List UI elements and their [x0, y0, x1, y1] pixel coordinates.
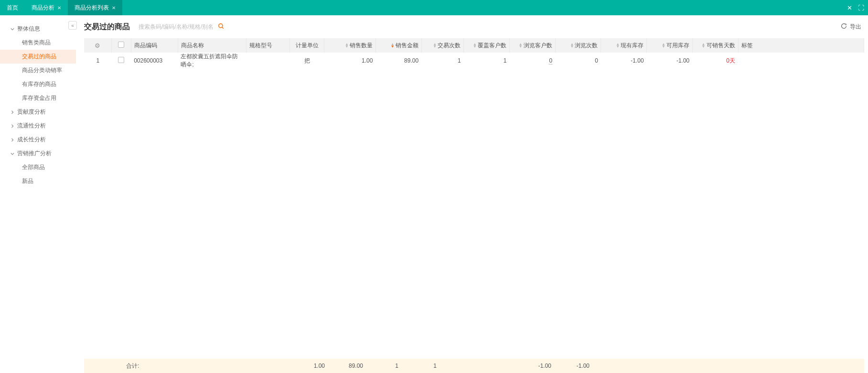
nav-group-0[interactable]: 整体信息: [0, 22, 76, 36]
export-button[interactable]: 导出: [841, 23, 861, 31]
nav-item-0-2[interactable]: 商品分类动销率: [0, 64, 76, 77]
col-header-view_cust[interactable]: ▲▼浏览客户数: [509, 38, 555, 53]
cell-name: 左都胶囊五折遮阳伞防晒伞;: [178, 53, 246, 69]
nav-group-label: 整体信息: [17, 25, 40, 33]
sort-icon: ▲▼: [433, 43, 437, 48]
footer-cell-cust_cnt: 1: [401, 362, 439, 369]
cell-unit: 把: [290, 53, 324, 69]
row-checkbox[interactable]: [118, 57, 124, 63]
col-header-unit: 计量单位: [290, 38, 324, 53]
col-header-cust_cnt[interactable]: ▲▼覆盖客户数: [464, 38, 510, 53]
view-cust-value[interactable]: 0: [549, 57, 552, 64]
chevron-right-icon: [11, 137, 14, 143]
col-header-sales_qty[interactable]: ▲▼销售数量: [324, 38, 376, 53]
cell-cust_cnt: 1: [464, 53, 510, 69]
nav-group-label: 贡献度分析: [17, 108, 46, 116]
tab-label: 首页: [7, 4, 18, 12]
nav-group-4[interactable]: 营销推广分析: [0, 147, 76, 160]
sort-icon: ▲▼: [570, 43, 574, 48]
col-label: 商品名称: [181, 42, 204, 49]
nav-item-4-0[interactable]: 全部商品: [0, 160, 76, 174]
nav-group-label: 流通性分析: [17, 122, 46, 130]
sort-icon: ▲▼: [702, 43, 706, 48]
cell-trade_cnt: 1: [421, 53, 464, 69]
footer-cell-stock: -1.00: [516, 362, 554, 369]
footer-cell-code: 合计:: [123, 362, 162, 370]
nav-group-2[interactable]: 流通性分析: [0, 119, 76, 133]
chevron-down-icon: [11, 26, 14, 32]
cell-tag: [738, 53, 864, 69]
close-all-icon[interactable]: ✕: [847, 4, 852, 11]
col-header-view_cnt[interactable]: ▲▼浏览次数: [555, 38, 601, 53]
nav-group-label: 营销推广分析: [17, 149, 52, 158]
col-header-avail[interactable]: ▲▼可用库存: [647, 38, 693, 53]
cell-days: 0天: [692, 53, 738, 69]
cell-sales_qty: 1.00: [324, 53, 376, 69]
cell-avail: -1.00: [647, 53, 693, 69]
nav-item-0-3[interactable]: 有库存的商品: [0, 77, 76, 91]
col-label: 浏览客户数: [524, 42, 552, 49]
col-header-sales_amt[interactable]: ▲▼销售金额: [375, 38, 421, 53]
col-header-spec: 规格型号: [246, 38, 290, 53]
sort-icon: ▲▼: [345, 43, 349, 48]
col-label: 销售金额: [396, 42, 418, 49]
search-input[interactable]: [139, 21, 215, 32]
col-header-check: [111, 38, 131, 53]
col-header-name: 商品名称: [178, 38, 246, 53]
col-header-code: 商品编码: [131, 38, 178, 53]
col-label: 可销售天数: [707, 42, 735, 49]
nav-item-0-4[interactable]: 库存资金占用: [0, 91, 76, 105]
page-header: 交易过的商品 导出: [80, 15, 868, 38]
search-box: [139, 21, 225, 32]
search-icon[interactable]: [218, 23, 225, 31]
col-label: 可用库存: [666, 42, 689, 49]
cell-gear: 1: [84, 53, 111, 69]
chevron-down-icon: [11, 150, 14, 157]
nav-item-0-0[interactable]: 销售类商品: [0, 36, 76, 50]
col-header-stock[interactable]: ▲▼现有库存: [601, 38, 647, 53]
tab-label: 商品分析: [32, 4, 54, 12]
gear-icon[interactable]: ⚙: [95, 42, 100, 49]
tab-0[interactable]: 首页: [0, 0, 25, 15]
col-label: 计量单位: [296, 42, 319, 49]
chevron-left-icon: «: [71, 23, 74, 28]
col-label: 交易次数: [438, 42, 461, 49]
col-label: 规格型号: [249, 42, 272, 49]
cell-view_cnt: 0: [555, 53, 601, 69]
cell-stock: -1.00: [601, 53, 647, 69]
nav-group-3[interactable]: 成长性分析: [0, 133, 76, 147]
col-label: 销售数量: [350, 42, 373, 49]
fullscreen-icon[interactable]: ⛶: [858, 4, 863, 11]
col-header-trade_cnt[interactable]: ▲▼交易次数: [421, 38, 464, 53]
nav-item-4-1[interactable]: 新品: [0, 174, 76, 188]
data-table: ⚙商品编码商品名称规格型号计量单位▲▼销售数量▲▼销售金额▲▼交易次数▲▼覆盖客…: [84, 38, 864, 69]
export-label: 导出: [850, 23, 861, 31]
sidebar-collapse-button[interactable]: «: [68, 21, 77, 30]
sort-icon: ▲▼: [662, 43, 665, 48]
cell-check: [111, 53, 131, 69]
select-all-checkbox[interactable]: [118, 42, 124, 48]
footer-cell-sales_amt: 89.00: [328, 362, 366, 369]
sort-icon: ▲▼: [473, 43, 477, 48]
tab-1[interactable]: 商品分析✕: [25, 0, 68, 15]
nav-item-0-1[interactable]: 交易过的商品: [0, 50, 76, 64]
col-label: 浏览次数: [575, 42, 598, 49]
svg-point-0: [219, 23, 223, 27]
cell-view_cust: 0: [509, 53, 555, 69]
chevron-right-icon: [11, 109, 14, 116]
tab-label: 商品分析列表: [75, 4, 109, 12]
svg-line-1: [222, 27, 224, 28]
page-title: 交易过的商品: [84, 22, 130, 32]
nav-group-1[interactable]: 贡献度分析: [0, 105, 76, 119]
close-icon[interactable]: ✕: [57, 5, 61, 11]
table-row[interactable]: 1002600003左都胶囊五折遮阳伞防晒伞;把1.0089.001100-1.…: [84, 53, 864, 69]
nav-group-label: 成长性分析: [17, 136, 46, 144]
col-header-days[interactable]: ▲▼可销售天数: [692, 38, 738, 53]
close-icon[interactable]: ✕: [112, 5, 116, 11]
col-header-gear: ⚙: [84, 38, 111, 53]
col-label: 标签: [741, 42, 753, 49]
sort-icon: ▲▼: [391, 43, 395, 48]
col-label: 商品编码: [134, 42, 157, 49]
footer-cell-avail: -1.00: [554, 362, 592, 369]
tab-2[interactable]: 商品分析列表✕: [68, 0, 122, 15]
